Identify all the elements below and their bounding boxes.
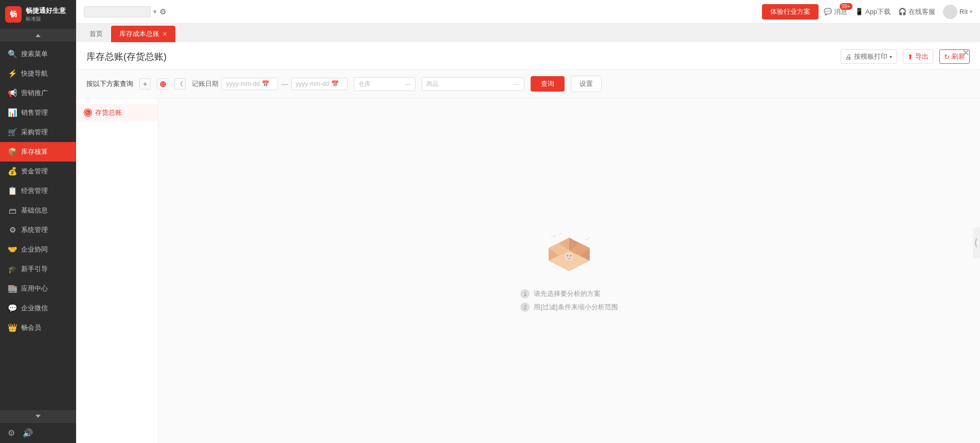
- header-right: 💬 消息 99+ 📱 App下载 🎧 在线客服 Rit ▾: [824, 5, 972, 19]
- empty-state: 1 请先选择要分析的方案 2 用[过滤]条件来缩小分析范围: [158, 99, 980, 443]
- print-btn[interactable]: 🖨 按模板打印 ▾: [841, 49, 897, 64]
- tab-close-icon[interactable]: ✕: [162, 31, 167, 38]
- sidebar-footer: ⚙ 🔊: [0, 422, 76, 443]
- export-btn[interactable]: ⬆ 导出: [903, 49, 933, 64]
- refresh-icon: ↻: [944, 53, 950, 61]
- basic-icon: 🗃: [8, 206, 17, 215]
- svg-point-8: [567, 255, 569, 257]
- sidebar-item-vip[interactable]: 👑 畅会员: [0, 318, 76, 338]
- goods-label: 商品: [426, 80, 439, 88]
- tab-bar: 首页 库存成本总账 ✕: [76, 24, 980, 42]
- sidebar-item-newbie[interactable]: 🎓 新手引导: [0, 259, 76, 279]
- right-panel-toggle[interactable]: [973, 227, 980, 258]
- finance-icon: 💰: [8, 167, 17, 176]
- sidebar-item-finance[interactable]: 💰 资金管理: [0, 162, 76, 181]
- date-filter-group: 记账日期 yyyy-mm-dd 📅 — yyyy-mm-dd 📅: [192, 78, 348, 90]
- phone-icon: 📱: [855, 8, 863, 15]
- export-icon: ⬆: [908, 53, 913, 61]
- user-name: Rit: [959, 8, 968, 15]
- operation-icon: 📋: [8, 186, 17, 196]
- empty-text: 1 请先选择要分析的方案 2 用[过滤]条件来缩小分析范围: [520, 289, 618, 312]
- date-end-input[interactable]: yyyy-mm-dd 📅: [291, 78, 348, 90]
- messages-btn[interactable]: 💬 消息 99+: [824, 7, 847, 16]
- trial-btn[interactable]: 体验行业方案: [762, 4, 819, 20]
- goods-more-icon: ···: [514, 80, 520, 88]
- empty-tip-2: 2 用[过滤]条件来缩小分析范围: [520, 303, 618, 312]
- panel-close-btn[interactable]: ✕: [962, 47, 970, 59]
- scheme-active-icon: ↻: [84, 109, 92, 117]
- app-logo-icon: 畅: [5, 6, 22, 23]
- sidebar-item-marketing[interactable]: 📢 营销推广: [0, 83, 76, 103]
- content-split: ↻ 存货总账: [76, 99, 980, 443]
- date-start-input[interactable]: yyyy-mm-dd 📅: [222, 78, 278, 90]
- shortcut-icon: ⚡: [8, 69, 17, 78]
- sidebar: 畅 畅捷通好生意 标准版 🔍 搜索菜单 ⚡ 快捷导航 📢 营销推广 📊 销售管理…: [0, 0, 76, 443]
- app-download-btn[interactable]: 📱 App下载: [855, 7, 891, 16]
- inventory-icon: 📦: [8, 147, 17, 156]
- purchase-icon: 🛒: [8, 128, 17, 137]
- sidebar-item-system[interactable]: ⚙ 系统管理: [0, 220, 76, 240]
- page-actions: 🖨 按模板打印 ▾ ⬆ 导出 ↻ 刷新: [841, 49, 970, 64]
- enterprise-icon: 🤝: [8, 245, 17, 254]
- calendar-start-icon[interactable]: 📅: [262, 80, 269, 87]
- appstore-icon: 🏬: [8, 284, 17, 293]
- sidebar-item-enterprise[interactable]: 🤝 企业协同: [0, 240, 76, 259]
- message-icon: 💬: [824, 8, 832, 15]
- print-chevron-icon: ▾: [890, 54, 892, 60]
- svg-line-10: [551, 235, 556, 238]
- warehouse-select[interactable]: 仓库 ···: [354, 77, 415, 91]
- date-label: 记账日期: [192, 79, 219, 88]
- system-icon: ⚙: [8, 225, 17, 235]
- header-settings-icon[interactable]: ⚙: [159, 7, 166, 16]
- user-chevron-icon: ▾: [970, 9, 972, 14]
- sidebar-item-shortcut[interactable]: ⚡ 快捷导航: [0, 64, 76, 83]
- warehouse-label: 仓库: [358, 80, 371, 88]
- user-avatar: [943, 5, 957, 19]
- tab-home[interactable]: 首页: [81, 26, 111, 42]
- date-separator: —: [281, 80, 288, 88]
- marketing-icon: 📢: [8, 88, 17, 98]
- breadcrumb-chevron-icon[interactable]: ▾: [153, 8, 157, 15]
- page-title: 库存总账(存货总账): [86, 50, 167, 63]
- filter-add-btn[interactable]: +: [139, 78, 151, 90]
- scheme-selector: ↻ 存货总账: [76, 99, 158, 443]
- filter-more-btn[interactable]: ⊕: [157, 78, 168, 90]
- sidebar-item-wechat[interactable]: 💬 企业微信: [0, 298, 76, 318]
- sidebar-item-basic[interactable]: 🗃 基础信息: [0, 201, 76, 220]
- sidebar-item-search[interactable]: 🔍 搜索菜单: [0, 44, 76, 64]
- user-menu[interactable]: Rit ▾: [943, 5, 972, 19]
- warehouse-more-icon: ···: [405, 80, 411, 88]
- app-logo-text: 畅捷通好生意 标准版: [26, 7, 66, 22]
- sidebar-item-operation[interactable]: 📋 经营管理: [0, 181, 76, 201]
- messages-badge: 99+: [840, 3, 852, 10]
- goods-select[interactable]: 商品 ···: [422, 77, 524, 91]
- filter-collapse-btn[interactable]: 《: [174, 78, 186, 90]
- newbie-icon: 🎓: [8, 264, 17, 274]
- vip-icon: 👑: [8, 323, 17, 332]
- search-btn[interactable]: 查询: [531, 76, 565, 92]
- scheme-item-inventory[interactable]: ↻ 存货总账: [76, 104, 158, 121]
- sales-icon: 📊: [8, 108, 17, 117]
- filter-label: 按以下方案查询: [86, 79, 133, 88]
- svg-point-9: [570, 255, 572, 257]
- online-service-btn[interactable]: 🎧 在线客服: [898, 7, 935, 16]
- sidebar-scroll-down[interactable]: [0, 410, 76, 422]
- svg-line-12: [585, 238, 590, 240]
- filter-bar: 按以下方案查询 + ⊕ 《 记账日期 yyyy-mm-dd 📅 — yyyy-m…: [76, 69, 980, 99]
- sidebar-item-sales[interactable]: 📊 销售管理: [0, 103, 76, 122]
- empty-tip-1: 1 请先选择要分析的方案: [520, 289, 618, 298]
- sidebar-item-purchase[interactable]: 🛒 采购管理: [0, 122, 76, 142]
- tab-inventory-cost[interactable]: 库存成本总账 ✕: [111, 26, 175, 42]
- calendar-end-icon[interactable]: 📅: [331, 80, 339, 87]
- sidebar-item-appstore[interactable]: 🏬 应用中心: [0, 279, 76, 298]
- footer-speaker-icon[interactable]: 🔊: [23, 428, 33, 438]
- search-icon: 🔍: [8, 49, 17, 59]
- footer-settings-icon[interactable]: ⚙: [8, 428, 15, 438]
- breadcrumb-input[interactable]: [84, 6, 151, 17]
- main-area: ▾ ⚙ 体验行业方案 💬 消息 99+ 📱 App下载 🎧 在线客服 Rit ▾: [76, 0, 980, 443]
- sidebar-item-inventory[interactable]: 📦 库存核算: [0, 142, 76, 162]
- sidebar-menu: 🔍 搜索菜单 ⚡ 快捷导航 📢 营销推广 📊 销售管理 🛒 采购管理 📦 库存核…: [0, 42, 76, 410]
- settings-right-btn[interactable]: 设置: [571, 76, 602, 92]
- date-start-placeholder: yyyy-mm-dd: [226, 80, 260, 87]
- sidebar-scroll-up[interactable]: [0, 29, 76, 42]
